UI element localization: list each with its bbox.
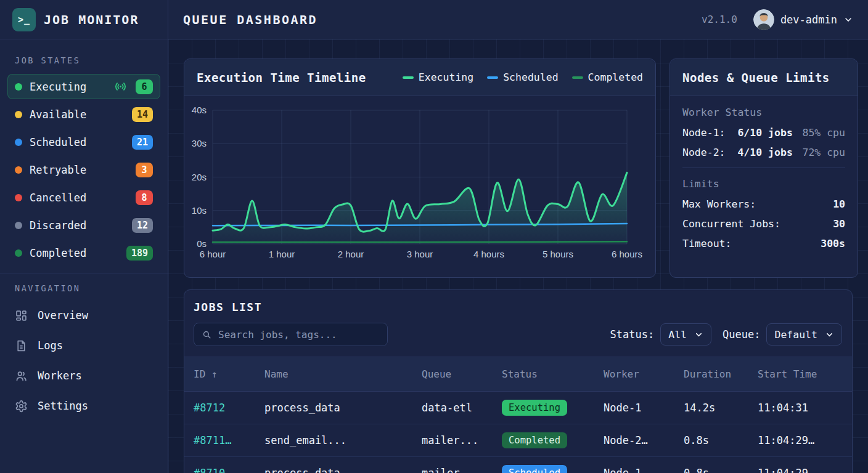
worker-status-heading: Worker Status — [682, 107, 845, 118]
sidebar-item-executing[interactable]: Executing 6 — [7, 74, 160, 99]
nav-label: Logs — [38, 339, 63, 352]
count-badge: 3 — [136, 163, 153, 177]
limit-label: Timeout: — [682, 238, 731, 249]
job-name: process_data — [264, 467, 422, 473]
sidebar-item-discarded[interactable]: Discarded 12 — [7, 212, 160, 238]
timeline-chart: 0s10s20s30s40s6 hour1 hour2 hour3 hour4 … — [184, 96, 655, 277]
live-broadcast-icon — [114, 80, 127, 93]
user-menu[interactable]: dev-admin — [753, 9, 853, 30]
terminal-logo-icon: >_ — [12, 8, 36, 31]
svg-text:3 hour: 3 hour — [407, 249, 433, 259]
status-badge: Scheduled — [502, 465, 567, 473]
worker-row-node-1: Node-1: 6/10 jobs 85% cpu — [682, 127, 845, 139]
table-row[interactable]: #8712 process_data data-etl Executing No… — [184, 392, 852, 424]
users-icon — [15, 370, 28, 382]
sidebar-item-scheduled[interactable]: Scheduled 21 — [7, 129, 160, 155]
chevron-down-icon — [825, 330, 834, 339]
column-header-worker[interactable]: Worker — [604, 368, 684, 380]
nav-label: Workers — [38, 370, 82, 382]
svg-text:6 hour: 6 hour — [200, 249, 226, 259]
state-label: Scheduled — [30, 136, 86, 148]
state-label: Cancelled — [30, 192, 86, 204]
job-id-link[interactable]: #8712 — [194, 402, 264, 414]
table-row[interactable]: #8711… send_email... mailer... Completed… — [184, 424, 852, 457]
sidebar-item-available[interactable]: Available 14 — [7, 102, 160, 127]
sidebar-item-cancelled[interactable]: Cancelled 8 — [7, 185, 160, 210]
job-name: send_email... — [264, 434, 422, 447]
queue-filter-group: Queue: Default — [723, 323, 842, 346]
table-row[interactable]: #8710 process_data mailer Scheduled Node… — [184, 457, 852, 473]
status-filter-label: Status: — [610, 328, 655, 341]
job-worker: Node-2… — [604, 434, 684, 447]
legend-item-executing[interactable]: Executing — [403, 71, 473, 83]
job-queue: data-etl — [422, 402, 502, 414]
svg-text:20s: 20s — [192, 172, 207, 182]
svg-text:4 hours: 4 hours — [473, 249, 504, 259]
sidebar-divider — [0, 273, 168, 273]
limits-heading: Limits — [682, 178, 845, 190]
status-badge: Executing — [502, 400, 567, 416]
state-label: Retryable — [30, 164, 86, 176]
grid-icon — [15, 309, 28, 322]
nav-label: Settings — [38, 400, 88, 412]
legend-swatch — [487, 76, 498, 79]
jobs-table: ID ↑ Name Queue Status Worker Duration S… — [184, 357, 852, 473]
job-duration: 0.8s — [684, 434, 758, 447]
top-bar: QUEUE DASHBOARD v2.1.0 — [168, 0, 868, 39]
job-start-time: 11:04:31 — [758, 402, 852, 414]
job-id-link[interactable]: #8711… — [194, 434, 264, 447]
sidebar: >_ JOB MONITOR JOB STATES Executing 6 Av… — [0, 0, 168, 473]
timeline-title: Execution Time Timeline — [197, 71, 366, 84]
state-label: Completed — [30, 247, 86, 259]
sidebar-item-overview[interactable]: Overview — [0, 301, 168, 329]
divider — [682, 168, 845, 168]
count-badge: 189 — [126, 246, 153, 261]
table-header-row: ID ↑ Name Queue Status Worker Duration S… — [184, 357, 852, 392]
job-start-time: 11:04:29… — [758, 434, 852, 447]
job-duration: 0.8s — [684, 467, 758, 473]
column-header-start-time[interactable]: Start Time — [758, 368, 852, 380]
app-title: JOB MONITOR — [44, 12, 139, 27]
jobs-list-title: JOBS LIST — [194, 301, 842, 313]
job-queue: mailer — [422, 467, 502, 473]
legend-item-completed[interactable]: Completed — [572, 71, 643, 83]
column-header-duration[interactable]: Duration — [684, 368, 758, 380]
state-label: Discarded — [30, 219, 86, 232]
search-input[interactable] — [218, 329, 380, 341]
legend-item-scheduled[interactable]: Scheduled — [487, 71, 558, 83]
page-title: QUEUE DASHBOARD — [183, 12, 317, 27]
column-header-queue[interactable]: Queue — [422, 368, 502, 380]
status-badge: Completed — [502, 432, 567, 448]
legend-label: Scheduled — [503, 71, 558, 83]
status-dot — [15, 222, 22, 229]
timeline-card: Execution Time Timeline Executing Schedu… — [184, 59, 656, 278]
sidebar-item-retryable[interactable]: Retryable 3 — [7, 157, 160, 182]
nodes-title: Nodes & Queue Limits — [682, 71, 830, 84]
status-dot — [15, 139, 22, 146]
sidebar-body: JOB STATES Executing 6 Available 14 — [0, 39, 168, 431]
worker-cpu: 85% cpu — [802, 127, 845, 139]
sidebar-item-completed[interactable]: Completed 189 — [7, 240, 160, 265]
column-header-name[interactable]: Name — [264, 368, 422, 380]
column-header-status[interactable]: Status — [502, 368, 604, 380]
chevron-down-icon — [843, 15, 853, 25]
count-badge: 21 — [132, 135, 153, 150]
limit-value: 10 — [833, 198, 845, 210]
svg-text:5 hours: 5 hours — [542, 249, 573, 259]
svg-text:0s: 0s — [197, 238, 207, 249]
sidebar-item-workers[interactable]: Workers — [0, 362, 168, 390]
job-worker: Node-1 — [604, 402, 684, 414]
worker-name: Node-1: 6/10 jobs — [682, 127, 793, 139]
status-filter-group: Status: All — [610, 323, 711, 346]
status-filter-select[interactable]: All — [660, 323, 711, 346]
nav-label: Overview — [38, 309, 88, 321]
legend-swatch — [403, 76, 414, 79]
sidebar-item-settings[interactable]: Settings — [0, 392, 168, 420]
legend-label: Executing — [419, 71, 473, 83]
chevron-down-icon — [694, 330, 703, 339]
job-id-link[interactable]: #8710 — [194, 467, 264, 473]
column-header-id[interactable]: ID ↑ — [194, 368, 264, 380]
sidebar-item-logs[interactable]: Logs — [0, 331, 168, 360]
search-icon — [202, 329, 212, 340]
queue-filter-select[interactable]: Default — [766, 323, 842, 346]
